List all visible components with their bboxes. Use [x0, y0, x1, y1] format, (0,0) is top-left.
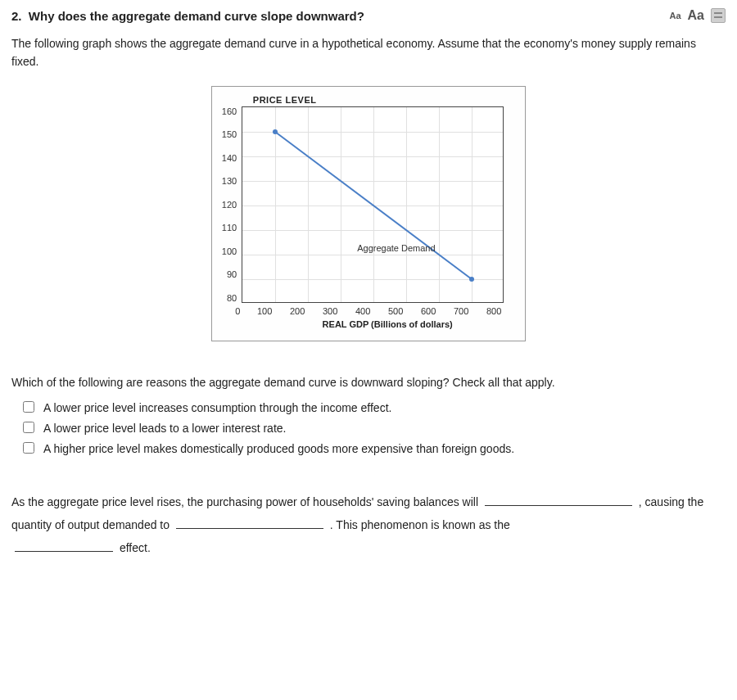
option-label: A lower price level leads to a lower int… [43, 420, 286, 437]
x-tick: 700 [445, 306, 477, 316]
y-tick: 160 [222, 106, 237, 116]
x-tick: 800 [477, 306, 510, 316]
option-checkbox-3[interactable] [23, 442, 34, 454]
chart-grid: Aggregate Demand [242, 106, 504, 303]
y-tick: 110 [222, 223, 237, 233]
question-number: 2. [11, 9, 22, 23]
fill-blank-2[interactable] [176, 517, 323, 529]
chart-series-label: Aggregate Demand [357, 243, 435, 253]
svg-point-1 [273, 129, 278, 134]
chart-line-svg [242, 107, 504, 304]
chart-y-ticks: 160 150 140 130 120 110 100 90 80 [222, 106, 242, 303]
fill-text-4: effect. [120, 541, 151, 554]
x-tick: 300 [314, 306, 346, 316]
option-label: A higher price level makes domestically … [43, 440, 514, 458]
chart-y-label: PRICE LEVEL [253, 95, 510, 105]
fill-in-paragraph: As the aggregate price level rises, the … [11, 490, 726, 559]
question-title-text: Why does the aggregate demand curve slop… [29, 9, 364, 23]
svg-point-2 [469, 277, 474, 282]
checkbox-question-text: Which of the following are reasons the a… [11, 374, 726, 391]
fill-text-3: . This phenomenon is known as the [330, 518, 510, 531]
chart-box: PRICE LEVEL 160 150 140 130 120 110 100 … [211, 86, 526, 341]
chart-x-label: REAL GDP (Billions of dollars) [265, 319, 510, 329]
option-checkbox-1[interactable] [23, 401, 34, 413]
x-tick: 600 [412, 306, 445, 316]
question-header: 2. Why does the aggregate demand curve s… [11, 8, 726, 23]
fill-text-1: As the aggregate price level rises, the … [11, 495, 478, 508]
chart-x-ticks: 0 100 200 300 400 500 600 700 800 [235, 306, 510, 316]
y-tick: 130 [222, 176, 237, 186]
y-tick: 100 [222, 246, 237, 256]
y-tick: 80 [227, 293, 237, 303]
fill-blank-1[interactable] [485, 495, 632, 506]
y-tick: 120 [222, 200, 237, 210]
x-tick: 200 [281, 306, 314, 316]
font-size-large-button[interactable]: Aa [688, 8, 704, 23]
notes-icon[interactable] [711, 8, 726, 23]
chart-container: PRICE LEVEL 160 150 140 130 120 110 100 … [11, 86, 726, 341]
x-tick: 0 [235, 306, 248, 316]
option-checkbox-2[interactable] [23, 422, 34, 433]
option-row[interactable]: A lower price level leads to a lower int… [20, 420, 726, 437]
x-tick: 500 [379, 306, 412, 316]
toolbar: Aa Aa [669, 8, 726, 23]
x-tick: 400 [346, 306, 379, 316]
x-tick: 100 [248, 306, 281, 316]
svg-line-0 [275, 132, 472, 279]
checkbox-options: A lower price level increases consumptio… [20, 400, 726, 458]
y-tick: 90 [227, 269, 237, 279]
font-size-small-button[interactable]: Aa [669, 11, 680, 20]
option-label: A lower price level increases consumptio… [43, 400, 391, 417]
fill-blank-3[interactable] [15, 540, 113, 552]
y-tick: 150 [222, 129, 237, 139]
y-tick: 140 [222, 153, 237, 163]
option-row[interactable]: A lower price level increases consumptio… [20, 400, 726, 417]
intro-text: The following graph shows the aggregate … [11, 34, 726, 71]
option-row[interactable]: A higher price level makes domestically … [20, 440, 726, 458]
question-title: 2. Why does the aggregate demand curve s… [11, 9, 364, 23]
